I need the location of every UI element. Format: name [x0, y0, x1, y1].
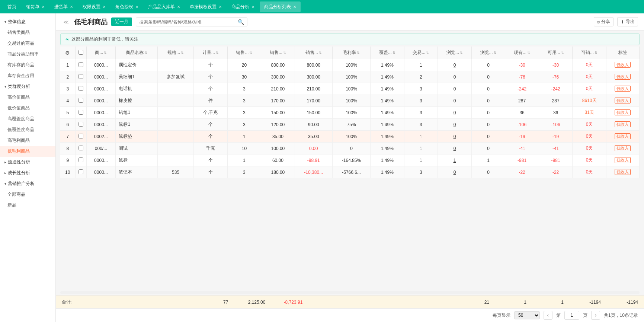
cell-browse1[interactable]: 0 [438, 166, 472, 178]
cell-checkbox[interactable] [75, 119, 86, 131]
sidebar-item-high-coverage[interactable]: 高覆盖度商品 [0, 114, 55, 124]
nav-close-icon[interactable]: ✕ [293, 5, 296, 9]
nav-close-icon[interactable]: ✕ [177, 5, 180, 9]
share-button[interactable]: ⎋ 分享 [594, 17, 613, 26]
nav-product-in[interactable]: 产品品入库单 ✕ [144, 1, 185, 12]
cell-browse1[interactable]: 0 [438, 119, 472, 131]
browse1-link[interactable]: 1 [454, 158, 456, 163]
row-checkbox[interactable] [79, 134, 83, 138]
cell-browse1[interactable]: 0 [438, 131, 472, 143]
search-input[interactable] [139, 19, 236, 25]
cell-checkbox[interactable] [75, 154, 86, 166]
row-checkbox[interactable] [79, 122, 83, 127]
nav-close-icon[interactable]: ✕ [103, 5, 106, 9]
cell-checkbox[interactable] [75, 83, 86, 95]
cell-sales-qty: 3 [227, 83, 261, 95]
horizontal-scrollbar[interactable] [60, 291, 640, 294]
search-icon[interactable]: 🔍 [238, 19, 244, 25]
cell-checkbox[interactable] [75, 131, 86, 143]
nav-role-auth[interactable]: 角色授权 ✕ [111, 1, 143, 12]
page-size-select[interactable]: 50 100 200 [514, 311, 540, 319]
sidebar-item-new-goods[interactable]: 新品 [0, 200, 55, 211]
export-button[interactable]: ⬆ 导出 [617, 17, 638, 26]
row-checkbox[interactable] [79, 62, 83, 67]
cell-browse1[interactable]: 0 [438, 143, 472, 154]
sidebar-item-all-goods[interactable]: 全部商品 [0, 189, 55, 200]
cell-browse1[interactable]: 0 [438, 59, 472, 71]
sidebar-item-high-value[interactable]: 高价值商品 [0, 92, 55, 103]
cell-checkbox[interactable] [75, 166, 86, 178]
row-checkbox[interactable] [79, 98, 83, 103]
browse1-link[interactable]: 0 [454, 122, 456, 127]
sidebar-group-marketing[interactable]: ▾ 营销推广分析 [0, 178, 55, 189]
browse1-link[interactable]: 0 [454, 110, 456, 115]
cell-profit-rate: 100% [332, 59, 370, 71]
prev-page-button[interactable]: ‹ [544, 311, 552, 320]
cell-checkbox[interactable] [75, 143, 86, 154]
sidebar-item-low-value[interactable]: 低价值商品 [0, 103, 55, 114]
sidebar-item-traded-goods[interactable]: 交易过的商品 [0, 38, 55, 49]
nav-purchase-order[interactable]: 进货单 ✕ [50, 1, 77, 12]
sidebar-collapse-button[interactable]: ≪ [62, 19, 70, 25]
row-checkbox[interactable] [79, 74, 83, 79]
sidebar-group-overall[interactable]: ▾ 整体信息 [0, 16, 55, 27]
cell-browse2: 0 [471, 166, 505, 178]
select-all-checkbox[interactable] [79, 50, 83, 55]
sidebar-item-low-coverage[interactable]: 低覆盖度商品 [0, 124, 55, 135]
cell-checkbox[interactable] [75, 95, 86, 107]
browse1-link[interactable]: 0 [454, 98, 456, 103]
sidebar-item-sales-goods[interactable]: 销售类商品 [0, 27, 55, 38]
browse1-link[interactable]: 0 [454, 146, 456, 151]
cell-checkbox[interactable] [75, 59, 86, 71]
cell-sales-profit: 210.00 [295, 83, 332, 95]
nav-close-icon[interactable]: ✕ [70, 5, 73, 9]
nav-product-analysis-list[interactable]: 商品分析列表 ✕ [260, 1, 301, 12]
cell-name: 铅笔1 [116, 107, 158, 119]
sidebar-group-growth[interactable]: ▸ 成长性分析 [0, 168, 55, 178]
cell-profit-rate: 100% [332, 95, 370, 107]
nav-product-analysis[interactable]: 商品分析 ✕ [227, 1, 259, 12]
sidebar-item-stock-goods[interactable]: 有库存的商品 [0, 60, 55, 70]
browse1-link[interactable]: 0 [454, 134, 456, 139]
sidebar-item-stock-funds[interactable]: 库存资金占用 [0, 70, 55, 81]
nav-close-icon[interactable]: ✕ [251, 5, 254, 9]
nav-close-icon[interactable]: ✕ [219, 5, 222, 9]
sidebar-item-high-margin[interactable]: 高毛利商品 [0, 135, 55, 146]
th-gear[interactable]: ⚙ [60, 47, 75, 59]
cell-browse1[interactable]: 0 [438, 95, 472, 107]
cell-checkbox[interactable] [75, 107, 86, 119]
sidebar-item-low-margin[interactable]: 低毛利商品 [0, 146, 55, 157]
sidebar-group-cluster[interactable]: ▾ 类群度分析 [0, 81, 55, 92]
cell-browse1[interactable]: 0 [438, 83, 472, 95]
row-checkbox[interactable] [79, 146, 83, 150]
gear-icon[interactable]: ⚙ [65, 50, 70, 56]
row-checkbox[interactable] [79, 169, 83, 174]
cell-checkbox[interactable] [75, 71, 86, 83]
nav-close-icon[interactable]: ✕ [42, 5, 45, 9]
browse1-link[interactable]: 0 [454, 170, 456, 175]
cell-num: 1 [60, 59, 75, 71]
browse1-link[interactable]: 0 [454, 86, 456, 92]
row-checkbox[interactable] [79, 110, 83, 115]
nav-permission-setting[interactable]: 权限设置 ✕ [78, 1, 110, 12]
tag-badge: 低收入 [615, 98, 631, 103]
nav-sales-order[interactable]: 销货单 ✕ [22, 1, 49, 12]
cell-saleable: 0天 [573, 143, 606, 154]
sidebar-item-category-rate[interactable]: 商品分类助销率 [0, 49, 55, 60]
cell-browse1[interactable]: 0 [438, 71, 472, 83]
browse1-link[interactable]: 0 [454, 63, 456, 68]
browse1-link[interactable]: 0 [454, 74, 456, 80]
page-number-input[interactable] [564, 311, 579, 320]
nav-home[interactable]: 首页 [3, 1, 21, 12]
next-page-button[interactable]: › [591, 311, 600, 320]
nav-close-icon[interactable]: ✕ [135, 5, 138, 9]
row-checkbox[interactable] [79, 86, 83, 91]
sidebar-group-circulation[interactable]: ▸ 流通性分析 [0, 157, 55, 168]
cell-browse1[interactable]: 0 [438, 107, 472, 119]
row-checkbox[interactable] [79, 157, 83, 162]
cell-browse1[interactable]: 1 [438, 154, 472, 166]
nav-template-setting[interactable]: 单据模板设置 ✕ [185, 1, 226, 12]
date-filter-button[interactable]: 近一月 [111, 17, 132, 26]
cell-usable: 36 [539, 107, 573, 119]
tag-badge: 低收入 [615, 62, 631, 68]
